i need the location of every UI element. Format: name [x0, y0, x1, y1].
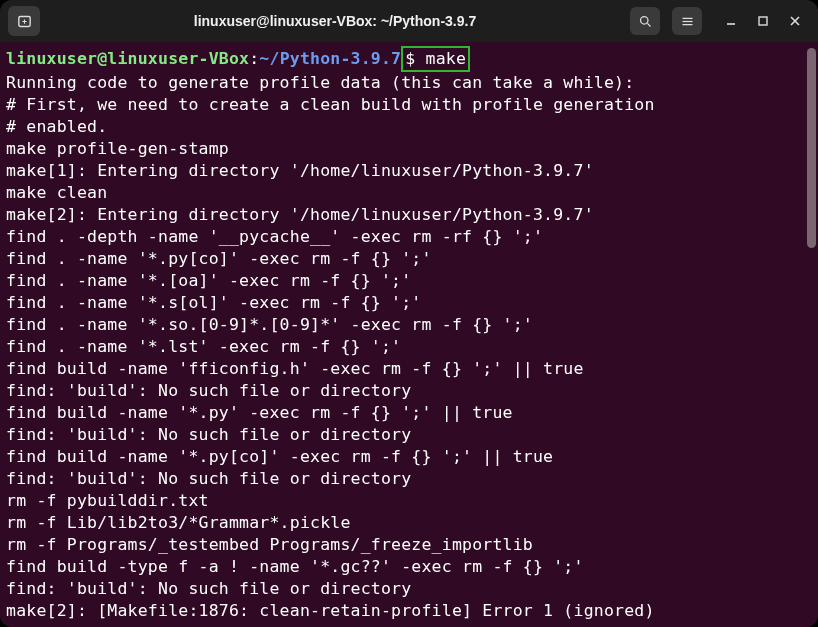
- output-line: make[2]: Entering directory '/home/linux…: [6, 204, 812, 226]
- window-title: linuxuser@linuxuser-VBox: ~/Python-3.9.7: [48, 13, 622, 29]
- new-tab-button[interactable]: [8, 6, 40, 36]
- output-line: rm -f pybuilddir.txt: [6, 490, 812, 512]
- output-line: find: 'build': No such file or directory: [6, 468, 812, 490]
- command-text: make: [426, 49, 467, 68]
- output-line: find . -name '*.[oa]' -exec rm -f {} ';': [6, 270, 812, 292]
- titlebar-left: [8, 6, 40, 36]
- output-line: find: 'build': No such file or directory: [6, 380, 812, 402]
- output-line: make profile-gen-stamp: [6, 138, 812, 160]
- search-button[interactable]: [630, 7, 660, 35]
- output-line: find: 'build': No such file or directory: [6, 424, 812, 446]
- output-line: Running code to generate profile data (t…: [6, 72, 812, 94]
- output-line: rm -f Lib/lib2to3/*Grammar*.pickle: [6, 512, 812, 534]
- output-line: find . -name '*.s[ol]' -exec rm -f {} ';…: [6, 292, 812, 314]
- output-line: find build -name '*.py[co]' -exec rm -f …: [6, 446, 812, 468]
- output-line: # First, we need to create a clean build…: [6, 94, 812, 116]
- output-line: make clean: [6, 182, 812, 204]
- output-line: find . -name '*.lst' -exec rm -f {} ';': [6, 336, 812, 358]
- output-line: find . -depth -name '__pycache__' -exec …: [6, 226, 812, 248]
- terminal-content[interactable]: linuxuser@linuxuser-VBox:~/Python-3.9.7$…: [0, 42, 818, 627]
- svg-point-1: [640, 16, 648, 24]
- output-line: make[1]: Entering directory '/home/linux…: [6, 160, 812, 182]
- output-line: # enabled.: [6, 116, 812, 138]
- svg-rect-7: [759, 17, 767, 25]
- command-highlight: $ make: [401, 46, 470, 72]
- maximize-button[interactable]: [754, 12, 772, 30]
- titlebar: linuxuser@linuxuser-VBox: ~/Python-3.9.7: [0, 0, 818, 42]
- output-line: find . -name '*.so.[0-9]*.[0-9]*' -exec …: [6, 314, 812, 336]
- prompt-path: ~/Python-3.9.7: [259, 49, 401, 68]
- output-line: find: 'build': No such file or directory: [6, 578, 812, 600]
- prompt-colon: :: [249, 49, 259, 68]
- prompt-symbol: $: [405, 49, 425, 68]
- output-line: rm -f Programs/_testembed Programs/_free…: [6, 534, 812, 556]
- scrollbar-thumb[interactable]: [807, 48, 816, 248]
- output-line: make[2]: [Makefile:1876: clean-retain-pr…: [6, 600, 812, 622]
- titlebar-right: [630, 7, 810, 35]
- terminal-window: linuxuser@linuxuser-VBox: ~/Python-3.9.7: [0, 0, 818, 627]
- prompt-userhost: linuxuser@linuxuser-VBox: [6, 49, 249, 68]
- output-line: find . -name '*.py[co]' -exec rm -f {} '…: [6, 248, 812, 270]
- output-line: find build -name '*.py' -exec rm -f {} '…: [6, 402, 812, 424]
- prompt-line: linuxuser@linuxuser-VBox:~/Python-3.9.7$…: [6, 46, 812, 72]
- output-line: find build -type f -a ! -name '*.gc??' -…: [6, 556, 812, 578]
- close-button[interactable]: [786, 12, 804, 30]
- svg-line-2: [647, 23, 650, 26]
- minimize-button[interactable]: [722, 12, 740, 30]
- menu-button[interactable]: [672, 7, 702, 35]
- output-line: find build -name 'fficonfig.h' -exec rm …: [6, 358, 812, 380]
- window-controls: [722, 12, 804, 30]
